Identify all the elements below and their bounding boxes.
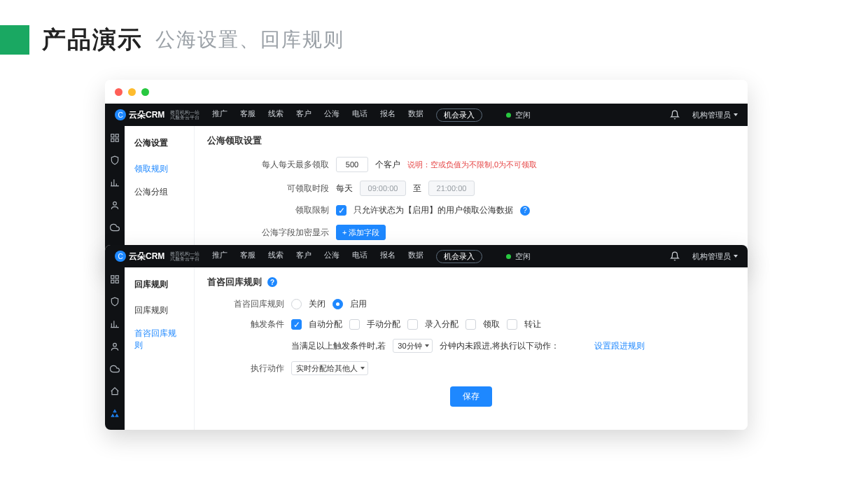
action-select[interactable]: 实时分配给其他人 <box>291 361 368 375</box>
time-from-input[interactable] <box>360 181 406 196</box>
page-subtitle: 公海设置、回库规则 <box>155 27 344 53</box>
svg-rect-8 <box>115 280 118 283</box>
bell-icon[interactable] <box>670 110 680 120</box>
radio-on[interactable] <box>332 299 343 309</box>
nav-item[interactable]: 客服 <box>240 250 255 263</box>
nav-item[interactable]: 线索 <box>268 250 284 263</box>
trigger-manual-checkbox[interactable] <box>349 319 360 330</box>
svg-rect-1 <box>115 134 118 137</box>
nav-item[interactable]: 数据 <box>408 108 424 122</box>
user-icon[interactable] <box>110 342 120 351</box>
chevron-down-icon <box>425 344 429 347</box>
svg-rect-3 <box>115 139 118 141</box>
row-daily-limit: 每人每天最多领取 个客户 说明：空或负值为不限制,0为不可领取 <box>207 157 735 172</box>
help-icon[interactable]: ? <box>267 277 277 287</box>
svg-rect-2 <box>111 139 114 141</box>
page-title: 产品演示 <box>42 24 143 56</box>
close-icon[interactable] <box>115 88 122 96</box>
cloud-icon[interactable] <box>110 364 120 374</box>
sidebar-title: 回库规则 <box>125 276 194 299</box>
nav-item[interactable]: 电话 <box>352 250 368 263</box>
nav-item[interactable]: 数据 <box>408 250 424 263</box>
row-action: 执行动作 实时分配给其他人 <box>207 361 735 375</box>
nav-item[interactable]: 线索 <box>268 108 284 122</box>
content-title: 首咨回库规则 ? <box>207 276 735 288</box>
sidebar-item-claim-rules[interactable]: 领取规则 <box>125 158 194 181</box>
radio-off[interactable] <box>291 299 302 309</box>
content-title: 公海领取设置 <box>207 134 735 147</box>
chart-icon[interactable] <box>110 178 120 188</box>
home-icon[interactable] <box>110 386 120 396</box>
svg-rect-6 <box>115 276 118 279</box>
enable-only-checkbox[interactable]: ✓ <box>336 205 346 216</box>
sidebar-item-return[interactable]: 回库规则 <box>125 299 194 322</box>
row-time-range: 可领取时段 每天 至 <box>207 181 735 196</box>
trigger-transfer-checkbox[interactable] <box>507 319 517 330</box>
sidebar-title: 公海设置 <box>125 134 194 158</box>
sidebar: 回库规则 回库规则 首咨回库规则 <box>125 267 195 430</box>
user-menu[interactable]: 机构管理员 <box>692 110 738 120</box>
status-indicator[interactable]: 空闲 <box>506 110 531 120</box>
content: 首咨回库规则 ? 首咨回库规则 关闭 启用 触发条件 ✓自动分配 手动分配 录入… <box>195 267 748 430</box>
trigger-auto-checkbox[interactable]: ✓ <box>291 319 302 330</box>
brand-logo: C 云朵CRM 教育机构一站 式服务云平台 <box>115 104 200 126</box>
user-icon[interactable] <box>110 200 120 210</box>
row-triggers: 触发条件 ✓自动分配 手动分配 录入分配 领取 转让 <box>207 318 735 330</box>
dashboard-icon[interactable] <box>110 133 120 143</box>
sidebar-item-groups[interactable]: 公海分组 <box>125 181 194 204</box>
chart-icon[interactable] <box>110 319 120 329</box>
svg-rect-0 <box>111 134 114 137</box>
brand-logo: C 云朵CRM 教育机构一站 式服务云平台 <box>115 245 200 267</box>
row-condition: 当满足以上触发条件时,若 30分钟 分钟内未跟进,将执行以下动作： 设置跟进规则 <box>207 339 735 353</box>
row-encrypt-fields: 公海字段加密显示 + 添加字段 <box>207 225 735 240</box>
time-to-input[interactable] <box>428 181 475 196</box>
dashboard-icon[interactable] <box>110 274 120 284</box>
limit-note: 说明：空或负值为不限制,0为不可领取 <box>407 160 537 170</box>
svg-point-4 <box>113 202 117 205</box>
nav-item[interactable]: 报名 <box>380 108 396 122</box>
nav-item[interactable]: 电话 <box>352 108 368 122</box>
recycle-icon[interactable] <box>110 409 120 419</box>
top-nav: 推广 客服 线索 客户 公海 电话 报名 数据 机会录入 <box>212 108 482 122</box>
chevron-down-icon <box>360 367 365 370</box>
nav-item[interactable]: 推广 <box>212 108 227 122</box>
nav-item[interactable]: 客户 <box>296 108 312 122</box>
bell-icon[interactable] <box>670 251 680 261</box>
set-followup-link[interactable]: 设置跟进规则 <box>594 340 645 352</box>
nav-item[interactable]: 客服 <box>240 108 255 122</box>
window-return-rules: C 云朵CRM 教育机构一站 式服务云平台 推广 客服 线索 客户 公海 电话 … <box>105 245 748 430</box>
minimize-icon[interactable] <box>128 88 136 96</box>
nav-item[interactable]: 报名 <box>380 250 396 263</box>
nav-pill[interactable]: 机会录入 <box>436 108 482 122</box>
top-nav: 推广 客服 线索 客户 公海 电话 报名 数据 机会录入 <box>212 250 482 263</box>
status-indicator[interactable]: 空闲 <box>506 251 531 262</box>
nav-item[interactable]: 推广 <box>212 250 227 263</box>
svg-point-9 <box>113 343 117 346</box>
svg-rect-5 <box>111 276 114 279</box>
titlebar <box>105 80 748 104</box>
shield-icon[interactable] <box>110 297 120 307</box>
window-public-sea: C 云朵CRM 教育机构一站 式服务云平台 推广 客服 线索 客户 公海 电话 … <box>105 80 748 269</box>
nav-item[interactable]: 公海 <box>324 108 340 122</box>
daily-limit-input[interactable] <box>336 157 368 172</box>
nav-item[interactable]: 公海 <box>324 250 340 263</box>
sidebar-item-first-return[interactable]: 首咨回库规则 <box>125 322 194 357</box>
menubar: C 云朵CRM 教育机构一站 式服务云平台 推广 客服 线索 客户 公海 电话 … <box>105 104 748 126</box>
row-enable: 首咨回库规则 关闭 启用 <box>207 298 735 310</box>
nav-pill[interactable]: 机会录入 <box>436 250 482 263</box>
trigger-entry-checkbox[interactable] <box>407 319 418 330</box>
add-field-button[interactable]: + 添加字段 <box>336 225 386 240</box>
minutes-select[interactable]: 30分钟 <box>393 339 432 353</box>
row-restriction: 领取限制 ✓ 只允许状态为【启用】的用户领取公海数据 ? <box>207 204 735 216</box>
help-icon[interactable]: ? <box>520 206 530 216</box>
page-header: 产品演示 公海设置、回库规则 <box>0 0 847 56</box>
cloud-icon[interactable] <box>110 223 120 232</box>
trigger-claim-checkbox[interactable] <box>465 319 476 330</box>
fullscreen-icon[interactable] <box>141 88 149 96</box>
nav-item[interactable]: 客户 <box>296 250 312 263</box>
shield-icon[interactable] <box>110 155 120 165</box>
user-menu[interactable]: 机构管理员 <box>692 251 738 262</box>
rail <box>105 267 125 430</box>
save-button[interactable]: 保存 <box>450 386 492 407</box>
menubar: C 云朵CRM 教育机构一站 式服务云平台 推广 客服 线索 客户 公海 电话 … <box>105 245 748 267</box>
